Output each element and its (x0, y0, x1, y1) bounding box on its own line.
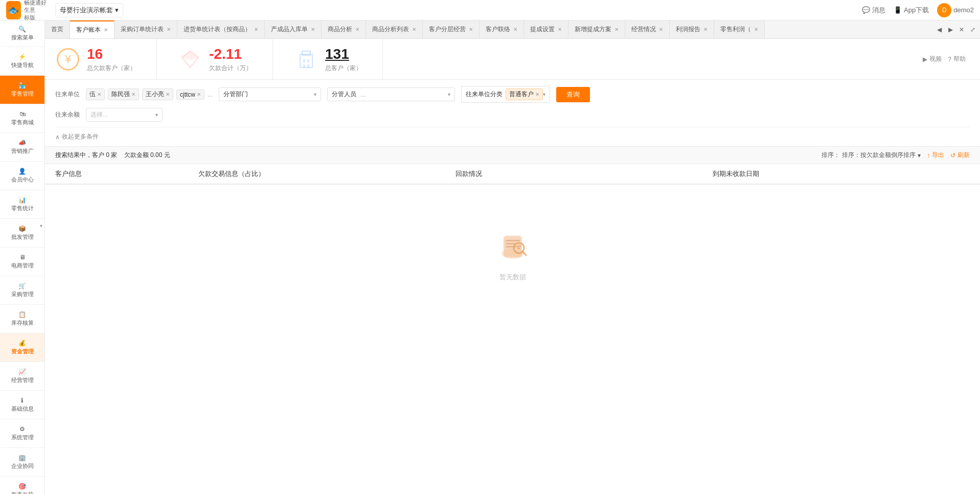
tab-close-purchase-orders[interactable]: ✕ (167, 27, 171, 32)
tab-home[interactable]: 首页 (45, 20, 70, 39)
sidebar-item-purchase[interactable]: 🛒 采购管理 (0, 276, 44, 305)
tab-close-retail-profit[interactable]: ✕ (754, 27, 758, 32)
sidebar-item-retail[interactable]: 🏪 零售管理 (0, 76, 44, 104)
tag-close-wang[interactable]: ✕ (166, 92, 170, 97)
tab-purchase-stats[interactable]: 进货单统计表（按商品） ✕ (177, 20, 265, 39)
partner-tag-wang[interactable]: 王小亮 ✕ (142, 88, 173, 100)
system-icon: ⚙ (2, 425, 42, 433)
help-button[interactable]: ? 帮助 (948, 55, 966, 63)
logo-area: 🐟 畅捷通好生意 标版 (6, 0, 51, 21)
tabs-scroll-right[interactable]: ▶ (945, 25, 955, 35)
tab-profit-report[interactable]: 利润报告 ✕ (670, 20, 714, 39)
partner-tag-cjttcw[interactable]: cjttcw ✕ (176, 89, 204, 100)
tab-new-promotion[interactable]: 新增提成方案 ✕ (568, 20, 625, 39)
tab-production-in[interactable]: 产成品入库单 ✕ (265, 20, 322, 39)
sidebar-item-operations[interactable]: 📈 经营管理 (0, 362, 44, 391)
sidebar-item-basic-info[interactable]: ℹ 基础信息 (0, 391, 44, 419)
total-customers-value: 131 (325, 46, 362, 63)
video-help-button[interactable]: ▶ 视频 (923, 55, 942, 63)
tab-close-purchase-stats[interactable]: ✕ (254, 27, 258, 32)
total-customers-label: 总客户（家） (325, 64, 362, 73)
category-select[interactable]: 往来单位分类 普通客户 ✕ ▾ (461, 86, 550, 103)
customers-value: 16 (87, 46, 136, 63)
tab-customer-contact[interactable]: 客户联络 ✕ (480, 20, 524, 39)
tab-accounts[interactable]: 客户账本 ✕ (70, 20, 115, 39)
empty-icon (492, 226, 533, 266)
sidebar-item-finance[interactable]: 💰 资金管理 (0, 333, 44, 362)
tag-close-wu[interactable]: ✕ (97, 92, 101, 97)
app-download-button[interactable]: 📱 App下载 (894, 6, 929, 15)
sidebar-item-search[interactable]: 🔍 搜索菜单 (0, 20, 44, 47)
sidebar-item-retail-stats[interactable]: 📊 零售统计 (0, 190, 44, 219)
collapse-icon: ∧ (55, 133, 60, 141)
tabs-bar: 首页 客户账本 ✕ 采购订单统计表 ✕ 进货单统计表（按商品） ✕ 产成品入库单… (45, 20, 980, 39)
balance-select[interactable]: 选择... ▾ (86, 108, 163, 122)
category-arrow: ▾ (543, 92, 545, 97)
messages-button[interactable]: 💬 消息 (862, 6, 885, 15)
sidebar-item-inventory[interactable]: 📋 库存核算 (0, 305, 44, 333)
sort-label: 排序： (822, 151, 840, 160)
svg-rect-11 (506, 243, 516, 244)
refresh-button[interactable]: ↺ 刷新 (950, 151, 970, 160)
summary-card-info-total: 131 总客户（家） (325, 46, 362, 73)
card-icon-building (293, 47, 319, 72)
tag-close-chen[interactable]: ✕ (131, 92, 135, 97)
tabs-maximize[interactable]: ⤢ (968, 25, 978, 35)
sidebar-item-ecommerce[interactable]: 🖥 电商管理 (0, 248, 44, 276)
svg-rect-2 (300, 54, 312, 68)
tabs-scroll-left[interactable]: ◀ (934, 25, 944, 35)
dept-label: 分管部门 (223, 90, 248, 99)
tabs-controls: ◀ ▶ ✕ ⤢ (932, 25, 980, 35)
sidebar-item-new-guide[interactable]: 🎯 新手引导 (0, 477, 44, 494)
person-select[interactable]: 分管人员 ... ▾ (327, 87, 455, 101)
category-tag-normal[interactable]: 普通客户 ✕ (506, 88, 543, 100)
collapse-button[interactable]: ∧ 收起更多条件 (55, 129, 970, 144)
sidebar-item-marketing[interactable]: 📣 营销推广 (0, 133, 44, 162)
dept-select[interactable]: 分管部门 ▾ (219, 87, 321, 101)
message-icon: 💬 (862, 6, 870, 14)
tab-close-accounts[interactable]: ✕ (104, 27, 108, 33)
partner-tag-wu[interactable]: 伍 ✕ (86, 88, 105, 100)
sidebar-item-enterprise[interactable]: 🏢 企业协同 (0, 448, 44, 477)
tabs-close-all[interactable]: ✕ (956, 25, 967, 35)
sidebar-item-wholesale[interactable]: 📦 批发管理 ▾ (0, 219, 44, 248)
tab-goods-analysis-list[interactable]: 商品分析列表 ✕ (366, 20, 423, 39)
tab-close-goods-analysis[interactable]: ✕ (355, 27, 359, 32)
query-button[interactable]: 查询 (556, 87, 590, 102)
col-header-due-date: 到期未收款日期 (713, 169, 970, 178)
tab-close-production-in[interactable]: ✕ (311, 27, 315, 32)
tab-close-promotion-settings[interactable]: ✕ (558, 27, 562, 32)
partner-tag-chen[interactable]: 陈民强 ✕ (108, 88, 139, 100)
shop-icon: 🛍 (2, 110, 42, 118)
export-button[interactable]: ↑ 导出 (927, 151, 944, 160)
store-selector[interactable]: 母婴行业演示帐套 ▾ (55, 3, 123, 17)
tab-close-business-status[interactable]: ✕ (659, 27, 663, 32)
partner-more-tags[interactable]: ... (208, 91, 213, 98)
tab-close-goods-analysis-list[interactable]: ✕ (412, 27, 416, 32)
category-tags: 普通客户 ✕ (506, 88, 543, 100)
tag-close-category[interactable]: ✕ (535, 92, 539, 97)
sidebar-item-retail-shop[interactable]: 🛍 零售商城 (0, 104, 44, 133)
tab-goods-analysis[interactable]: 商品分析 ✕ (322, 20, 366, 39)
sidebar-item-quick-nav[interactable]: ⚡ 快捷导航 (0, 47, 44, 76)
tab-customer-tier[interactable]: 客户分层经营 ✕ (423, 20, 480, 39)
sidebar-item-members[interactable]: 👤 会员中心 (0, 162, 44, 190)
filter-area: 往来单位 伍 ✕ 陈民强 ✕ 王小亮 (45, 80, 980, 147)
filter-row-2: 往来余额 选择... ▾ (55, 108, 970, 122)
svg-rect-5 (307, 59, 309, 62)
tab-close-new-promotion[interactable]: ✕ (614, 27, 619, 32)
tab-close-customer-contact[interactable]: ✕ (513, 27, 517, 32)
tab-close-profit-report[interactable]: ✕ (703, 27, 708, 32)
tab-close-customer-tier[interactable]: ✕ (469, 27, 473, 32)
user-menu[interactable]: D demo2 (937, 3, 974, 17)
debt-value: -2.11 (209, 46, 252, 63)
guide-icon: 🎯 (2, 483, 42, 490)
tab-purchase-orders[interactable]: 采购订单统计表 ✕ (115, 20, 177, 39)
sort-select[interactable]: 排序： 排序：按欠款金额倒序排序 ▾ (822, 151, 921, 160)
tag-close-cjttcw[interactable]: ✕ (197, 92, 201, 97)
table-header: 客户信息 欠款交易信息（占比） 回款情况 到期未收款日期 (45, 164, 980, 185)
tab-business-status[interactable]: 经营情况 ✕ (625, 20, 670, 39)
tab-retail-profit[interactable]: 零售利润（ ✕ (714, 20, 765, 39)
tab-promotion-settings[interactable]: 提成设置 ✕ (524, 20, 568, 39)
sidebar-item-system[interactable]: ⚙ 系统管理 (0, 419, 44, 448)
